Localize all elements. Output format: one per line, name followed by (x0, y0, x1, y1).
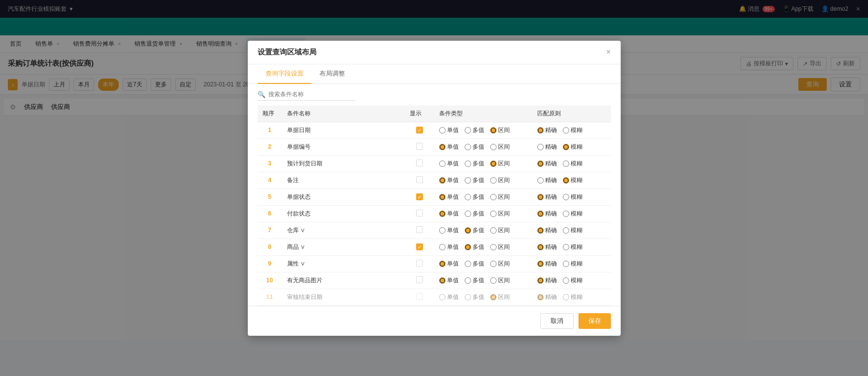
radio-multi[interactable]: 多值 (465, 293, 484, 301)
search-condition-input[interactable] (268, 91, 347, 98)
radio-exact[interactable]: 精确 (537, 193, 557, 201)
radio-multi[interactable]: 多值 (465, 226, 484, 235)
radio-single[interactable]: 单值 (439, 193, 459, 201)
row-match: 精确 模糊 (532, 122, 611, 138)
table-row: 2单据编号 单值 多值 区间 精确 (258, 138, 611, 155)
row-display[interactable] (405, 172, 434, 188)
row-name: 单据状态 (282, 188, 405, 205)
radio-fuzzy[interactable]: 模糊 (563, 243, 582, 251)
row-display[interactable] (405, 122, 434, 138)
radio-range[interactable]: 区间 (490, 276, 510, 285)
radio-multi[interactable]: 多值 (465, 210, 484, 218)
radio-fuzzy[interactable]: 模糊 (563, 160, 582, 168)
radio-single[interactable]: 单值 (439, 276, 459, 285)
radio-fuzzy[interactable]: 模糊 (563, 226, 582, 235)
row-order: 7 (258, 222, 282, 239)
row-display[interactable] (405, 289, 434, 305)
modal-close-button[interactable]: × (606, 48, 610, 56)
row-match: 精确 模糊 (532, 222, 611, 239)
row-name: 预计到货日期 (282, 155, 405, 172)
radio-fuzzy[interactable]: 模糊 (563, 193, 582, 201)
radio-fuzzy[interactable]: 模糊 (563, 210, 582, 218)
radio-multi[interactable]: 多值 (465, 126, 484, 134)
display-checkbox[interactable] (416, 160, 423, 166)
radio-range[interactable]: 区间 (490, 293, 510, 301)
display-checkbox[interactable] (416, 210, 423, 216)
tab-query-field-settings[interactable]: 查询字段设置 (258, 64, 312, 84)
row-display[interactable] (405, 205, 434, 222)
radio-exact[interactable]: 精确 (537, 143, 557, 151)
display-checkbox[interactable] (416, 176, 423, 183)
row-display[interactable] (405, 222, 434, 239)
radio-exact[interactable]: 精确 (537, 226, 557, 235)
display-checkbox[interactable] (416, 243, 423, 250)
display-checkbox[interactable] (416, 260, 423, 267)
radio-single[interactable]: 单值 (439, 210, 459, 218)
radio-multi[interactable]: 多值 (465, 276, 484, 285)
radio-fuzzy[interactable]: 模糊 (563, 293, 582, 301)
save-button[interactable]: 保存 (579, 313, 611, 329)
radio-multi[interactable]: 多值 (465, 193, 484, 201)
radio-exact[interactable]: 精确 (537, 210, 557, 218)
radio-exact[interactable]: 精确 (537, 293, 557, 301)
table-row: 4备注 单值 多值 区间 精确 (258, 172, 611, 188)
radio-single[interactable]: 单值 (439, 160, 459, 168)
table-row: 8商品 ∨ 单值 多值 区间 精确 (258, 239, 611, 255)
display-checkbox[interactable] (416, 276, 423, 283)
row-display[interactable] (405, 155, 434, 172)
display-checkbox[interactable] (416, 143, 423, 150)
cancel-button[interactable]: 取消 (540, 313, 574, 329)
radio-single[interactable]: 单值 (439, 176, 459, 185)
radio-multi[interactable]: 多值 (465, 260, 484, 268)
radio-fuzzy[interactable]: 模糊 (563, 176, 582, 185)
radio-single[interactable]: 单值 (439, 243, 459, 251)
radio-single[interactable]: 单值 (439, 226, 459, 235)
modal-footer: 取消 保存 (248, 306, 621, 336)
row-match: 精确 模糊 (532, 188, 611, 205)
radio-multi[interactable]: 多值 (465, 160, 484, 168)
radio-fuzzy[interactable]: 模糊 (563, 143, 582, 151)
row-type: 单值 多值 区间 (434, 239, 532, 255)
radio-range[interactable]: 区间 (490, 143, 510, 151)
row-display[interactable] (405, 188, 434, 205)
row-display[interactable] (405, 138, 434, 155)
radio-range[interactable]: 区间 (490, 210, 510, 218)
radio-exact[interactable]: 精确 (537, 176, 557, 185)
radio-single[interactable]: 单值 (439, 260, 459, 268)
radio-exact[interactable]: 精确 (537, 126, 557, 134)
display-checkbox[interactable] (416, 293, 423, 300)
row-type: 单值 多值 区间 (434, 205, 532, 222)
radio-range[interactable]: 区间 (490, 176, 510, 185)
radio-multi[interactable]: 多值 (465, 243, 484, 251)
radio-exact[interactable]: 精确 (537, 160, 557, 168)
radio-fuzzy[interactable]: 模糊 (563, 260, 582, 268)
radio-exact[interactable]: 精确 (537, 276, 557, 285)
radio-range[interactable]: 区间 (490, 260, 510, 268)
modal-table-wrapper: 顺序 条件名称 显示 条件类型 匹配原则 1单据日期 单值 (248, 106, 621, 306)
radio-range[interactable]: 区间 (490, 226, 510, 235)
radio-range[interactable]: 区间 (490, 126, 510, 134)
radio-single[interactable]: 单值 (439, 293, 459, 301)
row-display[interactable] (405, 255, 434, 272)
radio-single[interactable]: 单值 (439, 126, 459, 134)
radio-fuzzy[interactable]: 模糊 (563, 276, 582, 285)
modal-tabs: 查询字段设置 布局调整 (248, 64, 621, 84)
radio-multi[interactable]: 多值 (465, 143, 484, 151)
tab-layout-adjust[interactable]: 布局调整 (312, 64, 353, 84)
radio-range[interactable]: 区间 (490, 243, 510, 251)
display-checkbox[interactable] (416, 226, 423, 233)
radio-exact[interactable]: 精确 (537, 243, 557, 251)
table-row: 3预计到货日期 单值 多值 区间 精确 (258, 155, 611, 172)
row-display[interactable] (405, 272, 434, 289)
row-match: 精确 模糊 (532, 272, 611, 289)
radio-range[interactable]: 区间 (490, 193, 510, 201)
display-checkbox[interactable] (416, 193, 423, 200)
radio-multi[interactable]: 多值 (465, 176, 484, 185)
radio-single[interactable]: 单值 (439, 143, 459, 151)
radio-exact[interactable]: 精确 (537, 260, 557, 268)
radio-range[interactable]: 区间 (490, 160, 510, 168)
radio-fuzzy[interactable]: 模糊 (563, 126, 582, 134)
display-checkbox[interactable] (416, 127, 423, 134)
row-type: 单值 多值 区间 (434, 255, 532, 272)
row-display[interactable] (405, 239, 434, 255)
